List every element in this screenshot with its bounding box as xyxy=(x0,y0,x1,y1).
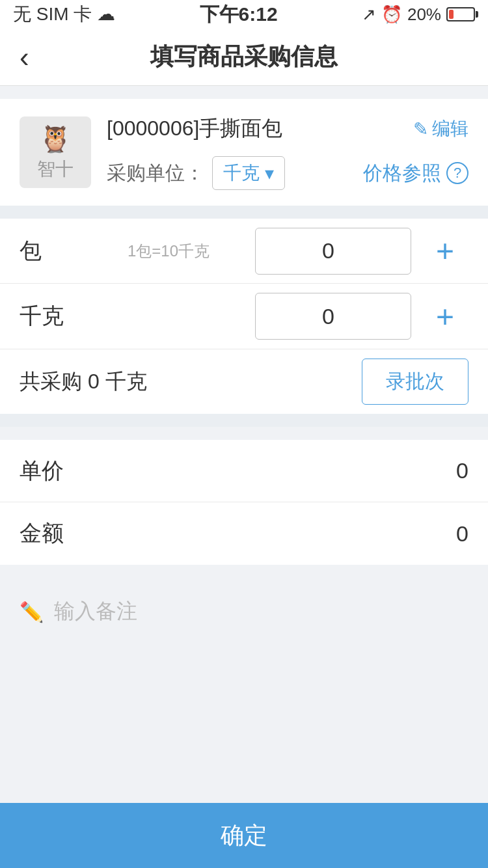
thumb-label: 智十 xyxy=(37,157,74,182)
amount-row: 金额 0 xyxy=(0,502,488,565)
alarm-icon: ⏰ xyxy=(381,5,402,25)
kilogram-field-wrapper: + xyxy=(124,293,468,340)
unit-price-row: 单价 0 xyxy=(0,440,488,502)
product-card: 🦉 智十 [0000006]手撕面包 ✎ 编辑 采购单位： 千克 ▾ 价格参照 … xyxy=(0,99,488,206)
sim-status: 无 SIM 卡 ☁ xyxy=(13,2,115,27)
package-field-wrapper: + xyxy=(210,228,468,275)
remarks-section[interactable]: ✏️ 输入备注 xyxy=(0,578,488,645)
location-icon: ↗ xyxy=(362,5,376,25)
status-left: 无 SIM 卡 ☁ xyxy=(13,2,115,27)
package-hint: 1包=10千克 xyxy=(128,241,210,262)
owl-icon: 🦉 xyxy=(39,124,72,154)
battery-icon xyxy=(446,7,475,21)
input-section: 包 1包=10千克 + 千克 + xyxy=(0,219,488,349)
amount-label: 金额 xyxy=(20,519,64,549)
amount-value: 0 xyxy=(456,521,468,547)
status-right: ↗ ⏰ 20% xyxy=(362,5,475,25)
page-title: 填写商品采购信息 xyxy=(150,41,338,73)
summary-row: 共采购 0 千克 录批次 xyxy=(0,349,488,414)
package-label: 包 xyxy=(20,236,124,266)
kilogram-label: 千克 xyxy=(20,301,124,331)
edit-button[interactable]: ✎ 编辑 xyxy=(413,116,468,141)
battery-percent: 20% xyxy=(407,5,441,25)
unit-price-label: 单价 xyxy=(20,456,64,486)
kilogram-input-row: 千克 + xyxy=(0,284,488,349)
product-info: [0000006]手撕面包 ✎ 编辑 采购单位： 千克 ▾ 价格参照 ? xyxy=(107,115,468,190)
product-name: [0000006]手撕面包 xyxy=(107,115,282,143)
pencil-icon: ✏️ xyxy=(20,601,44,623)
edit-icon: ✎ xyxy=(413,118,428,140)
unit-label: 采购单位： xyxy=(107,160,204,187)
package-plus-button[interactable]: + xyxy=(422,228,468,275)
package-input[interactable] xyxy=(255,228,411,275)
section-divider-2 xyxy=(0,414,488,427)
back-button[interactable]: ‹ xyxy=(20,43,29,72)
remarks-placeholder: 输入备注 xyxy=(54,597,137,626)
edit-label: 编辑 xyxy=(432,116,468,141)
kilogram-input[interactable] xyxy=(255,293,411,340)
dropdown-icon: ▾ xyxy=(265,163,274,184)
battery-fill xyxy=(449,10,454,19)
purchase-unit-row: 采购单位： 千克 ▾ 价格参照 ? xyxy=(107,156,468,190)
product-thumbnail: 🦉 智十 xyxy=(20,116,91,188)
confirm-button[interactable]: 确定 xyxy=(0,803,488,868)
price-ref-button[interactable]: 价格参照 ? xyxy=(363,160,468,187)
status-time: 下午6:12 xyxy=(200,1,278,28)
summary-text: 共采购 0 千克 xyxy=(20,368,147,396)
unit-value: 千克 xyxy=(223,161,260,185)
status-bar: 无 SIM 卡 ☁ 下午6:12 ↗ ⏰ 20% xyxy=(0,0,488,29)
package-input-row: 包 1包=10千克 + xyxy=(0,219,488,284)
unit-price-value: 0 xyxy=(456,458,468,483)
kilogram-plus-button[interactable]: + xyxy=(422,293,468,340)
section-divider-1 xyxy=(0,206,488,219)
product-name-row: [0000006]手撕面包 ✎ 编辑 xyxy=(107,115,468,143)
unit-select[interactable]: 千克 ▾ xyxy=(212,156,285,190)
price-section: 单价 0 金额 0 xyxy=(0,440,488,565)
price-ref-label: 价格参照 xyxy=(363,160,441,187)
info-icon: ? xyxy=(446,162,468,184)
batch-button[interactable]: 录批次 xyxy=(362,359,468,405)
nav-bar: ‹ 填写商品采购信息 xyxy=(0,29,488,86)
